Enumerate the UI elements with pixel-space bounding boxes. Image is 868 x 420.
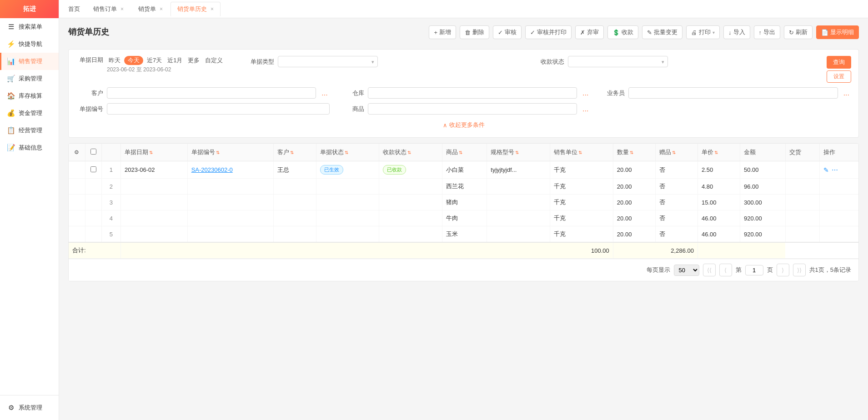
- sidebar-item-search-menu[interactable]: ☰ 搜索菜单: [0, 18, 59, 35]
- th-doc-status[interactable]: 单据状态⇅: [316, 144, 379, 161]
- show-detail-button[interactable]: 📄 显示明细: [816, 25, 859, 39]
- yesterday-shortcut[interactable]: 昨天: [107, 56, 122, 65]
- customer-input[interactable]: [107, 87, 316, 99]
- delete-button[interactable]: 🗑 删除: [460, 25, 489, 39]
- add-button[interactable]: + 新增: [429, 25, 456, 39]
- goods-dots[interactable]: ...: [581, 105, 590, 113]
- th-unit-price[interactable]: 单价⇅: [697, 144, 740, 161]
- sort-doc-date-icon: ⇅: [149, 150, 153, 155]
- th-goods[interactable]: 商品⇅: [442, 144, 487, 161]
- edit-action-icon[interactable]: ✎: [823, 166, 829, 174]
- tab-close-sales-goods[interactable]: ×: [160, 6, 163, 12]
- tab-sales-goods[interactable]: 销货单 ×: [131, 2, 170, 16]
- row-checkbox-cell[interactable]: [85, 195, 101, 210]
- th-unit[interactable]: 销售单位⇅: [550, 144, 613, 161]
- collapse-button[interactable]: ∧ 收起更多条件: [443, 119, 485, 131]
- prev-page-button[interactable]: ⟨: [719, 264, 732, 276]
- import-button[interactable]: ↓ 导入: [723, 25, 750, 39]
- salesman-input[interactable]: [628, 87, 838, 99]
- print-button[interactable]: 🖨 打印 ▾: [686, 25, 720, 39]
- customer-dots[interactable]: ...: [320, 89, 329, 97]
- sidebar-item-inventory[interactable]: 🏠 库存核算: [0, 87, 59, 105]
- today-shortcut[interactable]: 今天: [124, 56, 143, 65]
- sidebar-item-quick-nav[interactable]: ⚡ 快捷导航: [0, 35, 59, 53]
- sidebar-item-operations[interactable]: 📋 经营管理: [0, 122, 59, 139]
- row-unit: 千克: [550, 226, 613, 243]
- refresh-button[interactable]: ↻ 刷新: [784, 25, 813, 39]
- tab-close-sales-history[interactable]: ×: [211, 6, 214, 12]
- th-checkbox[interactable]: [85, 144, 101, 161]
- summary-empty: [697, 242, 785, 259]
- audit-print-button[interactable]: ✓ 审核并打印: [525, 25, 572, 39]
- custom-shortcut[interactable]: 自定义: [203, 56, 225, 65]
- table-row: 1 2023-06-02 SA-20230602-0 王总 已生效 已收款 小白…: [69, 161, 858, 179]
- th-gift[interactable]: 赠品⇅: [655, 144, 697, 161]
- system-icon: ⚙: [7, 404, 15, 412]
- payment-status-label: 收款状态: [537, 58, 564, 66]
- sort-doc-number-icon: ⇅: [216, 150, 220, 155]
- tab-sales-history[interactable]: 销货单历史 ×: [171, 2, 221, 16]
- th-trade: 交货: [785, 144, 820, 161]
- audit-button[interactable]: ✓ 审核: [493, 25, 522, 39]
- settings-button[interactable]: 设置: [827, 70, 851, 83]
- delete-icon: 🗑: [465, 29, 471, 36]
- th-payment-status[interactable]: 收款状态⇅: [379, 144, 442, 161]
- first-page-button[interactable]: ⟨⟨: [703, 264, 716, 276]
- th-quantity[interactable]: 数量⇅: [613, 144, 655, 161]
- collect-button[interactable]: 💲 收款: [607, 25, 638, 39]
- sidebar-item-base-info[interactable]: 📝 基础信息: [0, 139, 59, 156]
- 1month-shortcut[interactable]: 近1月: [166, 56, 184, 65]
- row-unit-price: 4.80: [697, 179, 740, 195]
- th-doc-number[interactable]: 单据编号⇅: [187, 144, 274, 161]
- doc-number-input[interactable]: [107, 103, 330, 115]
- tab-close-sales-order[interactable]: ×: [120, 6, 124, 12]
- warehouse-input[interactable]: [368, 87, 577, 99]
- more-action-icon[interactable]: ⋯: [832, 166, 838, 174]
- goods-input[interactable]: [368, 103, 577, 115]
- th-spec[interactable]: 规格型号⇅: [487, 144, 550, 161]
- purchase-icon: 🛒: [7, 75, 15, 83]
- export-button[interactable]: ↑ 导出: [754, 25, 781, 39]
- tab-home[interactable]: 首页: [63, 2, 85, 16]
- sidebar-item-system[interactable]: ⚙ 系统管理: [0, 399, 59, 416]
- warehouse-dots[interactable]: ...: [581, 89, 590, 97]
- row-amount: 96.00: [740, 179, 786, 195]
- th-customer[interactable]: 客户⇅: [274, 144, 316, 161]
- page-number-input[interactable]: 1: [745, 265, 763, 275]
- query-button[interactable]: 查询: [827, 56, 851, 69]
- sort-goods-icon: ⇅: [459, 150, 462, 155]
- row-checkbox-cell[interactable]: [85, 210, 101, 226]
- row-spec: [487, 195, 550, 210]
- abandon-button[interactable]: ✗ 弃审: [575, 25, 604, 39]
- salesman-dots[interactable]: ...: [842, 89, 851, 97]
- payment-status-select[interactable]: [568, 56, 668, 67]
- sidebar-item-purchase[interactable]: 🛒 采购管理: [0, 70, 59, 87]
- batch-change-button[interactable]: ✎ 批量变更: [642, 25, 682, 39]
- page-title: 销货单历史: [68, 26, 109, 37]
- page-size-select[interactable]: 50 20 100: [674, 265, 699, 276]
- last-page-button[interactable]: ⟩⟩: [793, 264, 806, 276]
- more-shortcut[interactable]: 更多: [186, 56, 201, 65]
- row-doc-number[interactable]: SA-20230602-0: [187, 161, 274, 179]
- next-page-button[interactable]: ⟩: [777, 264, 789, 276]
- row-checkbox-cell[interactable]: [85, 179, 101, 195]
- tab-sales-order[interactable]: 销售订单 ×: [86, 2, 130, 16]
- row-num: 4: [101, 210, 121, 226]
- goods-label: 商品: [337, 105, 364, 113]
- row-checkbox[interactable]: [90, 166, 96, 172]
- row-checkbox-cell[interactable]: [85, 226, 101, 243]
- row-doc-date: 2023-06-02: [121, 161, 188, 179]
- th-doc-date[interactable]: 单据日期⇅: [121, 144, 188, 161]
- import-icon: ↓: [728, 29, 732, 36]
- select-all-checkbox[interactable]: [90, 149, 96, 155]
- add-icon: +: [434, 29, 437, 36]
- doc-type-select[interactable]: [278, 56, 378, 67]
- row-checkbox-cell[interactable]: [85, 161, 101, 179]
- row-payment-status: [379, 210, 442, 226]
- sort-customer-icon: ⇅: [290, 150, 294, 155]
- sidebar-item-finance[interactable]: 💰 资金管理: [0, 105, 59, 122]
- date-shortcuts: 昨天 今天 近7天 近1月 更多 自定义: [107, 56, 225, 65]
- 7days-shortcut[interactable]: 近7天: [145, 56, 164, 65]
- th-settings[interactable]: ⚙: [69, 144, 85, 161]
- sidebar-item-sales[interactable]: 📊 销售管理: [0, 53, 59, 70]
